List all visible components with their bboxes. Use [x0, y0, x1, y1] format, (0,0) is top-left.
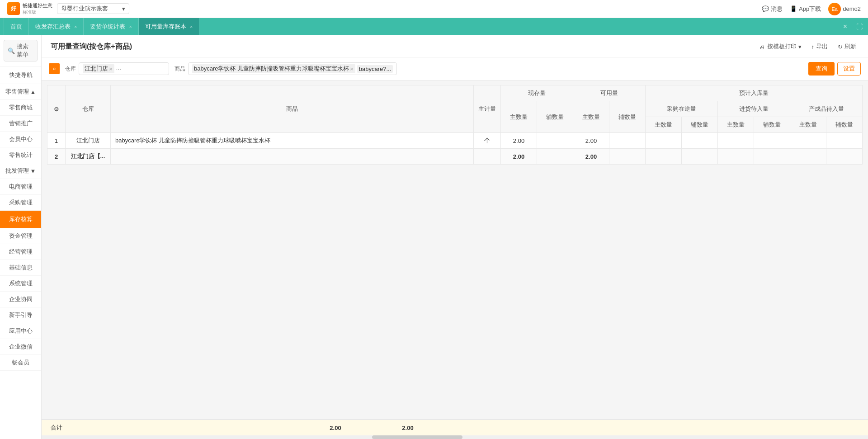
close-icon-order-stats[interactable]: × [129, 24, 132, 29]
sidebar-item-newguide[interactable]: 新手引导 [0, 307, 41, 323]
warehouse-filter-group: 仓库 江北门店 × ··· [65, 62, 169, 75]
sidebar-appcenter-label: 应用中心 [9, 327, 33, 334]
sidebar-item-wholesale[interactable]: 批发管理 ▼ [0, 163, 41, 179]
main-layout: 🔍 搜索菜单 快捷导航 零售管理 ▲ 零售商城 营销推广 会员中心 零售统计 批… [0, 35, 868, 439]
account-selector[interactable]: 母婴行业演示账套 ▾ [57, 3, 129, 14]
tab-receive-pay-label: 收发存汇总表 [35, 23, 71, 31]
sidebar-item-ops[interactable]: 经营管理 [0, 244, 41, 260]
top-bar-left: 好 畅捷通好生意 标准版 母婴行业演示账套 ▾ [7, 2, 129, 15]
warehouse-tag-close[interactable]: × [109, 66, 113, 72]
nav-expand-button[interactable]: ⛶ [854, 23, 864, 30]
top-bar: 好 畅捷通好生意 标准版 母婴行业演示账套 ▾ 💬 消息 📱 App下载 Ea … [0, 0, 868, 18]
sidebar-item-system[interactable]: 系统管理 [0, 276, 41, 292]
print-button[interactable]: 🖨 按模板打印 ▾ [757, 41, 804, 52]
cell-production-main-1 [790, 133, 826, 149]
th-incoming-aux: 辅数量 [754, 117, 790, 133]
sidebar-item-retail-mgmt[interactable]: 零售管理 ▲ [0, 84, 41, 100]
cell-index-2: 2 [47, 149, 66, 165]
cell-stock-aux-2 [537, 149, 573, 165]
sidebar: 🔍 搜索菜单 快捷导航 零售管理 ▲ 零售商城 营销推广 会员中心 零售统计 批… [0, 35, 42, 439]
sidebar-item-member[interactable]: 会员中心 [0, 132, 41, 147]
sidebar-search-area: 🔍 搜索菜单 [0, 35, 41, 66]
cell-incoming-main-2 [718, 149, 754, 165]
cell-avail-main-1: 2.00 [573, 133, 609, 149]
th-forecast-incoming: 预计入库量 [646, 85, 863, 101]
top-bar-right: 💬 消息 📱 App下载 Ea demo2 [762, 3, 861, 15]
print-label: 按模板打印 [767, 42, 797, 51]
avatar: Ea [828, 3, 841, 15]
logo-sub: 标准版 [23, 9, 52, 15]
sidebar-item-quick-nav[interactable]: 快捷导航 [0, 66, 41, 84]
username-label: demo2 [843, 5, 861, 12]
th-purchase-main: 主数量 [646, 117, 682, 133]
cell-unit-1: 个 [474, 133, 501, 149]
sidebar-item-purchase[interactable]: 采购管理 [0, 195, 41, 211]
sidebar-item-ecommerce[interactable]: 电商管理 [0, 179, 41, 195]
th-production-main: 主数量 [790, 117, 826, 133]
filter-expand-button[interactable]: » [49, 63, 60, 74]
logo-area: 好 畅捷通好生意 标准版 [7, 2, 52, 15]
close-icon-available-stock[interactable]: × [190, 24, 193, 29]
tab-available-stock[interactable]: 可用量库存账本 × [139, 18, 199, 35]
th-stock-main: 主数量 [501, 101, 537, 133]
sidebar-item-wechat[interactable]: 企业微信 [0, 339, 41, 355]
export-button[interactable]: ↑ 导出 [809, 41, 831, 52]
th-stock-aux: 辅数量 [537, 101, 573, 133]
sidebar-retail-mgmt-label: 零售管理 [5, 88, 29, 96]
sidebar-item-collab[interactable]: 企业协同 [0, 292, 41, 307]
sidebar-ecommerce-label: 电商管理 [9, 183, 33, 190]
sidebar-item-retail-store[interactable]: 零售商城 [0, 100, 41, 116]
tab-receive-pay[interactable]: 收发存汇总表 × [29, 18, 84, 35]
sidebar-member-label: 会员中心 [9, 136, 33, 142]
th-incoming-pending: 进货待入量 [718, 101, 790, 117]
scrollbar-thumb[interactable] [372, 435, 462, 439]
sidebar-item-finance[interactable]: 资金管理 [0, 228, 41, 244]
sidebar-item-vip[interactable]: 畅会员 [0, 355, 41, 371]
th-production-aux: 辅数量 [826, 117, 863, 133]
app-download-label: App下载 [799, 5, 821, 13]
th-purchase-aux: 辅数量 [682, 117, 718, 133]
sidebar-item-inventory[interactable]: 库存核算 [0, 211, 41, 228]
sidebar-item-marketing[interactable]: 营销推广 [0, 116, 41, 132]
cell-purchase-main-2 [646, 149, 682, 165]
app-download-action[interactable]: 📱 App下载 [790, 5, 821, 13]
product-tag-1: babycare学饮杯 儿童防摔防撞吸管杯重力球吸嘴杯宝宝水杯 × [192, 64, 355, 73]
refresh-button[interactable]: ↻ 刷新 [835, 41, 859, 52]
horizontal-scrollbar[interactable] [42, 435, 868, 439]
cell-incoming-aux-2 [754, 149, 790, 165]
search-menu-label: 搜索菜单 [17, 42, 33, 59]
product-tag-1-close[interactable]: × [350, 66, 354, 72]
query-button[interactable]: 查询 [808, 62, 835, 76]
logo-text-block: 畅捷通好生意 标准版 [23, 2, 52, 15]
message-action[interactable]: 💬 消息 [762, 5, 783, 13]
search-menu-button[interactable]: 🔍 搜索菜单 [4, 40, 38, 61]
sidebar-item-retail-stats[interactable]: 零售统计 [0, 147, 41, 163]
th-settings[interactable]: ⚙ [47, 85, 66, 133]
warehouse-filter-dots[interactable]: ··· [116, 65, 122, 72]
footer-avail-total: 2.00 [390, 425, 426, 431]
dropdown-icon: ▾ [122, 5, 125, 12]
message-icon: 💬 [762, 5, 769, 12]
cell-stock-main-2: 2.00 [501, 149, 537, 165]
cell-production-aux-1 [826, 133, 863, 149]
th-production-pending: 产成品待入量 [790, 101, 863, 117]
product-filter-label: 商品 [175, 65, 185, 73]
tab-order-stats-label: 要货单统计表 [90, 23, 125, 31]
user-action[interactable]: Ea demo2 [828, 3, 861, 15]
th-avail-main: 主数量 [573, 101, 609, 133]
warehouse-filter-tags[interactable]: 江北门店 × ··· [79, 62, 169, 75]
nav-close-all-button[interactable]: × [840, 23, 851, 31]
message-label: 消息 [771, 5, 783, 13]
logo-text: 畅捷通好生意 [23, 2, 52, 9]
sidebar-item-appcenter[interactable]: 应用中心 [0, 323, 41, 339]
cell-goods-2 [111, 149, 474, 165]
th-available: 可用量 [573, 85, 646, 101]
sidebar-item-basic[interactable]: 基础信息 [0, 260, 41, 276]
settings-button[interactable]: 设置 [837, 62, 861, 76]
sidebar-retail-store-label: 零售商城 [9, 104, 33, 111]
tab-home[interactable]: 首页 [4, 18, 29, 35]
cell-goods-1: babycare学饮杯 儿童防摔防撞吸管杯重力球吸嘴杯宝宝水杯 [111, 133, 474, 149]
tab-order-stats[interactable]: 要货单统计表 × [84, 18, 138, 35]
product-filter-tags[interactable]: babycare学饮杯 儿童防摔防撞吸管杯重力球吸嘴杯宝宝水杯 × babyca… [188, 62, 397, 75]
close-icon-receive-pay[interactable]: × [74, 24, 77, 29]
